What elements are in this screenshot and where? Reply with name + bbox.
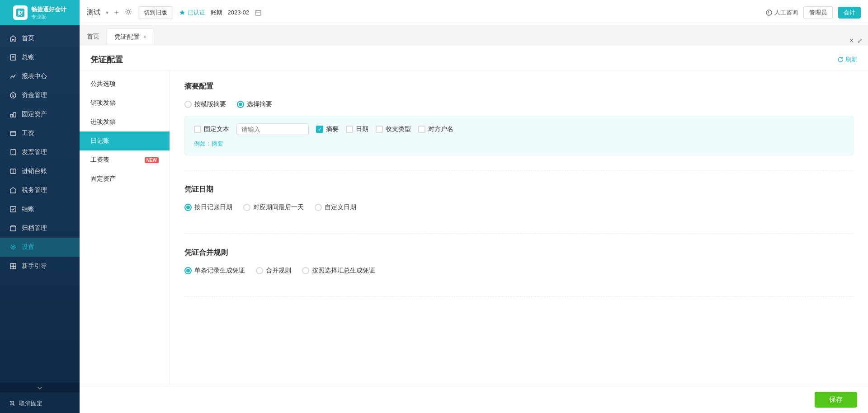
checkbox-summary[interactable]: 摘要 — [316, 125, 339, 133]
sidebar-item-ledger[interactable]: 总账 — [0, 48, 80, 67]
service-btn[interactable]: 人工咨询 — [765, 9, 798, 17]
radio-template-summary-circle — [184, 101, 192, 108]
sidebar-item-settings[interactable]: 设置 — [0, 238, 80, 257]
fixed-text-input[interactable] — [236, 123, 309, 135]
svg-point-15 — [12, 246, 14, 249]
sidebar-item-invoice[interactable]: 发票管理 — [0, 143, 80, 162]
svg-rect-2 — [10, 55, 16, 60]
radio-journal-date-circle — [184, 204, 192, 211]
radio-select-summary-circle — [237, 101, 244, 108]
radio-journal-date[interactable]: 按日记账日期 — [184, 203, 232, 211]
fund-icon: ¥ — [9, 91, 17, 99]
certified-status: 已认证 — [179, 9, 205, 17]
checkbox-fixed-text[interactable]: 固定文本 — [194, 125, 229, 133]
radio-journal-date-label: 按日记账日期 — [194, 203, 232, 211]
sidebar-scroll-down[interactable] — [0, 383, 80, 394]
sidebar-item-tax[interactable]: 税务管理 — [0, 181, 80, 200]
radio-period-last-day[interactable]: 对应期间最后一天 — [243, 203, 304, 211]
sidebar-item-report[interactable]: 报表中心 — [0, 67, 80, 86]
app-name: 畅捷通好会计 专业版 — [31, 5, 66, 20]
radio-select-summary[interactable]: 选择摘要 — [237, 100, 272, 108]
tax-icon — [9, 186, 17, 194]
svg-rect-21 — [255, 10, 261, 15]
sidebar-item-asset[interactable]: 固定资产 — [0, 105, 80, 124]
sidebar-item-label: 报表中心 — [22, 72, 47, 80]
user-role-btn[interactable]: 会计 — [838, 7, 861, 19]
sidebar-item-label: 发票管理 — [22, 148, 47, 156]
sidebar-item-label: 工资 — [22, 129, 34, 137]
tabbar-actions: × ⤢ — [844, 37, 868, 45]
radio-merge-rule-label: 合并规则 — [266, 267, 291, 275]
main-content: 凭证配置 刷新 公共选项 销项发票 进项发票 日记账 工资表 NEW ▾ — [80, 45, 868, 413]
radio-selected-summary[interactable]: 按照选择汇总生成凭证 — [302, 267, 375, 275]
section-merge: 凭证合并规则 单条记录生成凭证 合并规则 按照选择汇总生成凭证 — [184, 248, 854, 297]
radio-custom-date[interactable]: 自定义日期 — [315, 203, 356, 211]
app-logo-icon: 财 — [13, 5, 28, 20]
svg-rect-16 — [10, 263, 13, 266]
sidebar-item-home[interactable]: 首页 — [0, 29, 80, 48]
tab-home[interactable]: 首页 — [80, 28, 107, 45]
radio-period-last-day-label: 对应期间最后一天 — [253, 203, 304, 211]
section-date-title: 凭证日期 — [184, 185, 854, 194]
svg-text:¥: ¥ — [11, 94, 14, 98]
tab-voucher-config[interactable]: 凭证配置 × — [107, 28, 154, 45]
svg-rect-7 — [10, 114, 13, 117]
sidebar-item-fund[interactable]: ¥ 资金管理 — [0, 86, 80, 105]
date-radio-group: 按日记账日期 对应期间最后一天 自定义日期 — [184, 203, 854, 211]
radio-template-summary-label: 按模版摘要 — [194, 100, 226, 108]
sub-nav-sales-invoice[interactable]: 销项发票 — [80, 94, 170, 113]
tabbar-expand-btn[interactable]: ⤢ — [857, 37, 863, 44]
checkbox-fixed-text-label: 固定文本 — [204, 125, 229, 133]
tabbar-close-btn[interactable]: × — [849, 37, 854, 45]
checkbox-counterpart-name[interactable]: 对方户名 — [418, 125, 453, 133]
sidebar-item-label: 固定资产 — [22, 110, 47, 118]
sub-nav-payroll[interactable]: 工资表 NEW ▾ — [80, 150, 170, 169]
sidebar-pin-footer[interactable]: 取消固定 — [0, 394, 80, 413]
user-name-btn[interactable]: 管理员 — [803, 6, 833, 19]
sub-nav-public[interactable]: 公共选项 — [80, 75, 170, 94]
radio-template-summary[interactable]: 按模版摘要 — [184, 100, 226, 108]
sub-nav-journal[interactable]: 日记账 — [80, 131, 170, 150]
svg-rect-8 — [14, 113, 16, 117]
tab-voucher-config-label: 凭证配置 — [114, 33, 140, 41]
sidebar-item-close-account[interactable]: 结账 — [0, 200, 80, 219]
summary-radio-group: 按模版摘要 选择摘要 — [184, 100, 854, 108]
svg-rect-14 — [10, 227, 16, 231]
company-dropdown-icon[interactable]: ▾ — [106, 9, 108, 16]
sidebar-item-salary[interactable]: 工资 — [0, 124, 80, 143]
radio-single-record[interactable]: 单条记录生成凭证 — [184, 267, 245, 275]
sidebar: 财 畅捷通好会计 专业版 首页 总账 报表中心 — [0, 0, 80, 413]
checkbox-payment-type[interactable]: 收支类型 — [376, 125, 411, 133]
sidebar-item-stock[interactable]: 进销台账 — [0, 162, 80, 181]
ledger-icon — [9, 53, 17, 61]
switch-old-version-btn[interactable]: 切到旧版 — [138, 6, 173, 19]
header-settings-icon[interactable] — [124, 8, 132, 17]
sidebar-logo: 财 畅捷通好会计 专业版 — [0, 0, 80, 25]
add-company-btn[interactable]: + — [114, 9, 119, 17]
settings-icon — [9, 243, 17, 251]
sidebar-item-archive[interactable]: 归档管理 — [0, 219, 80, 238]
sidebar-item-label: 设置 — [22, 243, 34, 251]
calendar-icon[interactable] — [255, 9, 262, 16]
period-value: 2023-02 — [228, 9, 250, 16]
archive-icon — [9, 224, 17, 232]
save-button[interactable]: 保存 — [815, 392, 857, 408]
section-date: 凭证日期 按日记账日期 对应期间最后一天 自定义日期 — [184, 185, 854, 234]
tab-close-icon[interactable]: × — [143, 34, 146, 40]
checkbox-date[interactable]: 日期 — [346, 125, 368, 133]
page-title: 凭证配置 — [90, 54, 123, 65]
sidebar-nav: 首页 总账 报表中心 ¥ 资金管理 固定资产 — [0, 25, 80, 383]
radio-single-record-circle — [184, 267, 192, 274]
sub-nav-purchase-invoice[interactable]: 进项发票 — [80, 113, 170, 131]
header: 测试 ▾ + 切到旧版 已认证 账期 2023-02 人工咨询 管理员 会计 — [80, 0, 868, 25]
checkbox-payment-type-label: 收支类型 — [386, 125, 411, 133]
refresh-btn[interactable]: 刷新 — [837, 56, 857, 64]
radio-single-record-label: 单条记录生成凭证 — [194, 267, 245, 275]
sidebar-item-label: 进销台账 — [22, 167, 47, 175]
page-header: 凭证配置 刷新 — [80, 45, 868, 71]
summary-example: 例如：摘要 — [194, 140, 844, 148]
svg-rect-19 — [13, 266, 16, 269]
radio-merge-rule[interactable]: 合并规则 — [256, 267, 291, 275]
sidebar-item-guide[interactable]: 新手引导 — [0, 257, 80, 276]
sub-nav-fixed-asset[interactable]: 固定资产 — [80, 169, 170, 188]
